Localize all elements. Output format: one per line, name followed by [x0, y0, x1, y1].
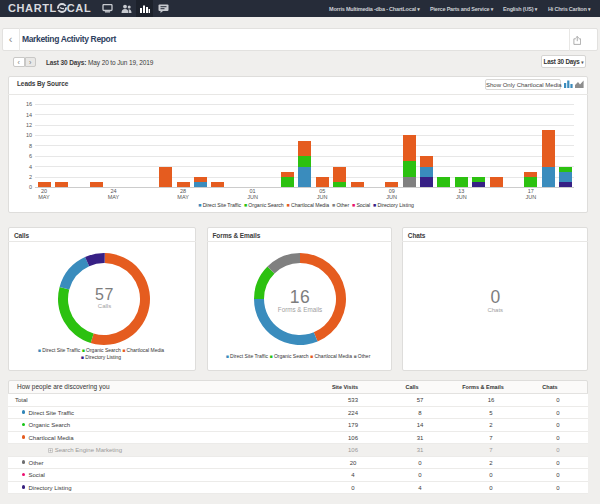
svg-text:0: 0 — [29, 184, 32, 190]
svg-text:4: 4 — [29, 164, 32, 170]
svg-text:10: 10 — [26, 132, 32, 138]
svg-text:12: 12 — [26, 122, 32, 128]
svg-text:MAY: MAY — [177, 194, 189, 200]
svg-text:14: 14 — [26, 112, 32, 118]
svg-text:JUN: JUN — [525, 194, 536, 200]
svg-text:MAY: MAY — [38, 194, 50, 200]
svg-text:JUN: JUN — [386, 194, 397, 200]
svg-text:8: 8 — [29, 143, 32, 149]
svg-text:JUN: JUN — [247, 194, 258, 200]
svg-text:JUN: JUN — [317, 194, 328, 200]
svg-text:JUN: JUN — [456, 194, 467, 200]
svg-text:2: 2 — [29, 174, 32, 180]
svg-text:MAY: MAY — [108, 194, 120, 200]
svg-text:6: 6 — [29, 153, 32, 159]
svg-text:16: 16 — [26, 101, 32, 107]
